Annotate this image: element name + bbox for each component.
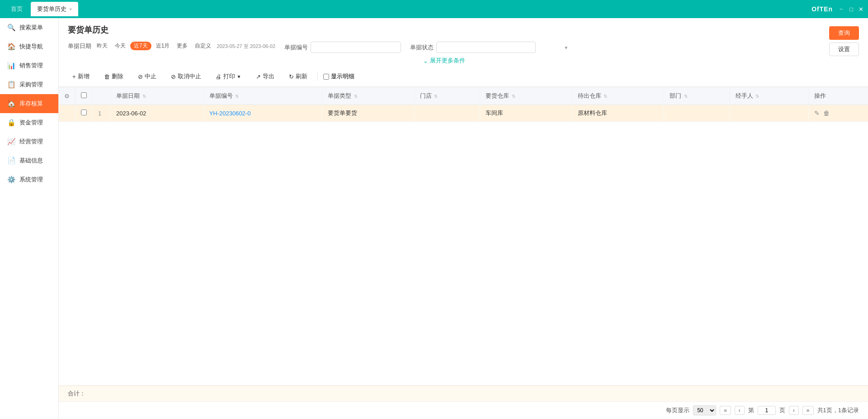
- date-shortcut-yesterday[interactable]: 昨天: [94, 42, 110, 50]
- sidebar-label-purchase: 采购管理: [19, 81, 43, 89]
- tab-home[interactable]: 首页: [5, 2, 29, 16]
- sort-department-icon: ⇅: [684, 94, 688, 99]
- row-store-cell: [414, 105, 480, 122]
- sales-icon: 📊: [7, 62, 16, 70]
- select-all-checkbox[interactable]: [81, 92, 87, 98]
- toolbar: + 新增 🗑 删除 ⊘ 中止 ⊘ 取消中止 🖨 打印: [59, 67, 868, 87]
- add-button[interactable]: + 新增: [68, 70, 94, 83]
- doc-status-select[interactable]: [436, 42, 536, 53]
- row-pending-warehouse-cell: 原材料仓库: [572, 105, 664, 122]
- add-label: 新增: [78, 72, 90, 81]
- sidebar-item-purchase[interactable]: 📋 采购管理: [0, 75, 58, 94]
- show-detail-toggle[interactable]: 显示明细: [323, 72, 354, 81]
- doc-status-filter-group: 单据状态: [410, 42, 820, 53]
- export-button[interactable]: ↗ 导出: [251, 70, 279, 83]
- col-req-warehouse[interactable]: 要货仓库 ⇅: [480, 87, 572, 105]
- system-icon: ⚙️: [7, 176, 16, 184]
- sidebar-item-inventory[interactable]: 🏠 库存核算: [0, 94, 58, 113]
- expand-more-button[interactable]: ⌄ 展开更多条件: [68, 55, 820, 67]
- window-minimize-button[interactable]: －: [838, 5, 844, 13]
- col-doc-number[interactable]: 单据编号 ⇅: [203, 87, 322, 105]
- date-filter-group: 单据日期 昨天 今天 近7天 近1月 更多 自定义 2023-05-27 至 2…: [68, 42, 275, 50]
- col-number: [93, 87, 111, 105]
- sidebar-item-system[interactable]: ⚙️ 系统管理: [0, 170, 58, 189]
- row-handler-cell: [730, 105, 808, 122]
- toolbar-separator: [317, 72, 318, 81]
- sidebar-item-basic-info[interactable]: 📄 基础信息: [0, 151, 58, 170]
- delete-button[interactable]: 🗑 删除: [99, 70, 128, 83]
- tab-requisition-label: 要货单历史: [37, 5, 66, 13]
- refresh-button[interactable]: ↻ 刷新: [284, 70, 312, 83]
- row-doc-type-cell: 要货单要货: [322, 105, 415, 122]
- sidebar-item-sales[interactable]: 📊 销售管理: [0, 56, 58, 75]
- prev-page-button[interactable]: ‹: [735, 406, 745, 415]
- row-checkbox[interactable]: [81, 110, 87, 115]
- sidebar-label-finance: 资金管理: [19, 119, 43, 127]
- sidebar-label-quick-nav: 快捷导航: [19, 43, 43, 51]
- expand-down-icon: ⌄: [423, 57, 428, 64]
- show-detail-checkbox[interactable]: [323, 74, 329, 80]
- row-number: 1: [98, 110, 101, 117]
- search-menu-icon: 🔍: [7, 24, 16, 32]
- tab-close-icon[interactable]: ×: [69, 6, 72, 12]
- window-maximize-button[interactable]: □: [849, 6, 853, 13]
- cancel-stop-button[interactable]: ⊘ 取消中止: [166, 70, 206, 83]
- main-layout: 🔍 搜索菜单 🏠 快捷导航 📊 销售管理 📋 采购管理 🏠 库存核算 🔒 资金管…: [0, 18, 868, 419]
- delete-icon: 🗑: [104, 73, 110, 80]
- row-doc-number-link[interactable]: YH-20230602-0: [209, 110, 251, 117]
- row-pending-warehouse: 原材料仓库: [578, 110, 607, 116]
- date-shortcut-1month[interactable]: 近1月: [153, 42, 173, 50]
- row-edit-icon[interactable]: ✎: [814, 110, 820, 117]
- row-doc-date-cell: 2023-06-02: [111, 105, 204, 122]
- query-button[interactable]: 查询: [829, 26, 859, 40]
- quick-nav-icon: 🏠: [7, 43, 16, 51]
- sidebar-label-operations: 经营管理: [19, 138, 43, 146]
- date-shortcut-7days[interactable]: 近7天: [130, 42, 151, 50]
- col-doc-date[interactable]: 单据日期 ⇅: [111, 87, 204, 105]
- col-settings[interactable]: ⚙: [59, 87, 75, 105]
- top-bar-right: OfTEn － □ ✕: [811, 5, 863, 13]
- next-page-button[interactable]: ›: [789, 406, 799, 415]
- date-shortcut-custom[interactable]: 自定义: [192, 42, 214, 50]
- print-dropdown-icon: ▼: [237, 74, 241, 79]
- print-button[interactable]: 🖨 打印 ▼: [211, 70, 246, 83]
- col-handler[interactable]: 经手人 ⇅: [730, 87, 808, 105]
- tab-home-label: 首页: [11, 5, 23, 13]
- sidebar-item-quick-nav[interactable]: 🏠 快捷导航: [0, 37, 58, 56]
- stop-icon: ⊘: [138, 73, 143, 80]
- col-actions: 操作: [808, 87, 868, 105]
- sidebar-label-search-menu: 搜索菜单: [19, 24, 43, 32]
- col-pending-warehouse[interactable]: 待出仓库 ⇅: [572, 87, 664, 105]
- tab-requisition-history[interactable]: 要货单历史 ×: [31, 2, 78, 16]
- doc-number-label: 单据编号: [284, 43, 308, 52]
- row-delete-icon[interactable]: 🗑: [823, 110, 830, 117]
- col-department[interactable]: 部门 ⇅: [664, 87, 730, 105]
- page-number-input[interactable]: [758, 406, 776, 415]
- delete-label: 删除: [112, 72, 123, 81]
- last-page-button[interactable]: »: [802, 406, 814, 415]
- col-doc-type[interactable]: 单据类型 ⇅: [322, 87, 415, 105]
- sort-doc-number-icon: ⇅: [235, 94, 239, 99]
- finance-icon: 🔒: [7, 119, 16, 127]
- date-shortcut-more[interactable]: 更多: [174, 42, 190, 50]
- sidebar-item-search-menu[interactable]: 🔍 搜索菜单: [0, 18, 58, 37]
- refresh-label: 刷新: [296, 72, 307, 81]
- row-number-cell: 1: [93, 105, 111, 122]
- stop-button[interactable]: ⊘ 中止: [133, 70, 161, 83]
- show-detail-label: 显示明细: [331, 72, 354, 81]
- window-close-button[interactable]: ✕: [859, 6, 863, 13]
- sidebar-item-finance[interactable]: 🔒 资金管理: [0, 113, 58, 132]
- date-shortcut-today[interactable]: 今天: [112, 42, 128, 50]
- doc-status-label: 单据状态: [410, 43, 434, 52]
- total-info: 共1页，1条记录: [817, 406, 859, 414]
- settings-button[interactable]: 设置: [829, 43, 859, 56]
- first-page-button[interactable]: «: [720, 406, 731, 415]
- doc-number-input[interactable]: [311, 42, 401, 53]
- page-unit: 页: [779, 406, 785, 414]
- col-store[interactable]: 门店 ⇅: [414, 87, 480, 105]
- sidebar-item-operations[interactable]: 📈 经营管理: [0, 132, 58, 151]
- row-req-warehouse: 车间库: [486, 110, 503, 116]
- page-size-select[interactable]: 20 50 100: [693, 405, 716, 415]
- row-department-cell: [664, 105, 730, 122]
- date-filter-label: 单据日期: [68, 42, 91, 50]
